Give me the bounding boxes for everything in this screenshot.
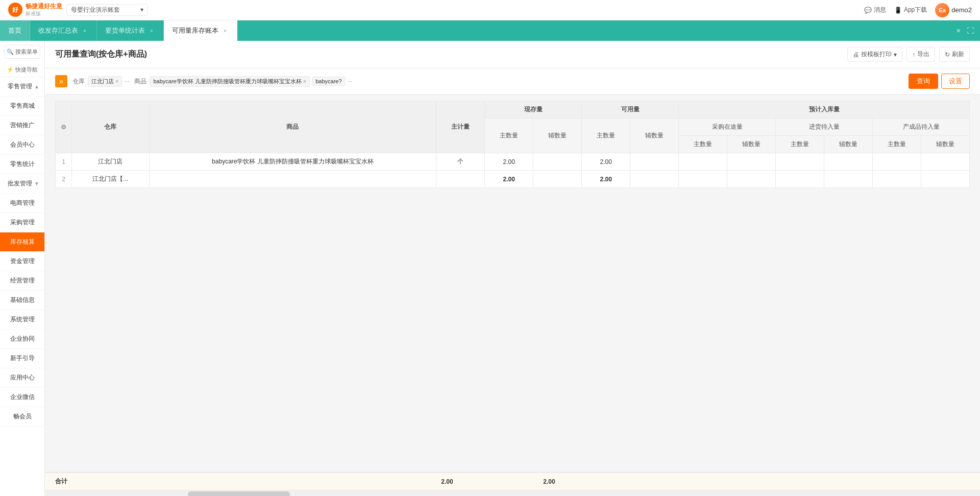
row2-production-wait-aux: [921, 171, 969, 188]
row1-warehouse: 江北门店: [72, 153, 150, 171]
tab-close-receive-summary[interactable]: ×: [81, 27, 88, 34]
sidebar-item-label-enterprise-wechat: 企业微信: [5, 393, 39, 401]
row1-current-main: 2.00: [485, 153, 533, 171]
row2-purchase-transit-main: [679, 171, 727, 188]
sidebar-item-retail-mall[interactable]: 零售商城: [0, 97, 44, 116]
search-icon: 🔍: [7, 49, 14, 55]
query-button[interactable]: 查询: [909, 74, 938, 89]
product-tag-remove[interactable]: ×: [303, 78, 306, 84]
product-filter: 商品 babycare学饮杯 儿童防摔防撞吸管杯重力球吸嘴杯宝宝水杯 × bab…: [134, 76, 352, 87]
bottom-scrollbar[interactable]: [45, 490, 980, 496]
tab-receive-summary[interactable]: 收发存汇总表 ×: [30, 20, 97, 41]
row2-purchase-transit-aux: [727, 171, 776, 188]
th-incoming-wait-aux: 辅数量: [824, 136, 873, 153]
sidebar-item-member-center[interactable]: 会员中心: [0, 135, 44, 155]
sidebar-item-label-retail-stats: 零售统计: [5, 160, 39, 169]
refresh-button[interactable]: ↻ 刷新: [939, 47, 970, 62]
warehouse-tag-jiangbei: 江北门店 ×: [88, 76, 122, 87]
quick-nav-button[interactable]: ⚡ 快捷导航: [0, 63, 44, 77]
tab-available-stock[interactable]: 可用量库存账本 ×: [164, 20, 237, 41]
quick-nav-icon: ⚡: [7, 66, 14, 73]
sidebar-item-label-purchase: 采购管理: [5, 218, 39, 227]
row2-production-wait-main: [873, 171, 921, 188]
sidebar-item-inventory-check[interactable]: 库存核算: [0, 232, 44, 252]
sidebar-item-basic-info[interactable]: 基础信息: [0, 291, 44, 310]
sidebar: 🔍 搜索菜单 ⚡ 快捷导航 零售管理 ▲ 零售商城 营销推广 会员中心 零售统计: [0, 41, 45, 496]
sidebar-item-label-operations: 经营管理: [5, 276, 39, 285]
data-table: ⚙ 仓库 商品 主计量 现存量 可用量 预计入库量 主数量 辅数量: [55, 101, 970, 188]
th-production-wait: 产成品待入量: [873, 119, 970, 136]
row1-index: 1: [56, 153, 72, 171]
footer-label: 合计: [55, 477, 67, 486]
tab-home[interactable]: 首页: [0, 20, 30, 41]
export-icon: ↑: [912, 51, 915, 58]
warehouse-tag-text: 江北门店: [91, 78, 114, 85]
sidebar-item-app-center[interactable]: 应用中心: [0, 368, 44, 388]
tab-close-available-stock[interactable]: ×: [222, 27, 229, 34]
table-body: 1 江北门店 babycare学饮杯 儿童防摔防撞吸管杯重力球吸嘴杯宝宝水杯 个…: [56, 153, 970, 188]
sidebar-item-label-member: 会员中心: [5, 140, 39, 149]
industry-select[interactable]: 母婴行业演示账套 ▾: [66, 4, 148, 16]
warehouse-more[interactable]: ···: [124, 78, 129, 85]
search-menu-button[interactable]: 🔍 搜索菜单: [4, 45, 40, 59]
printer-icon: 🖨: [853, 51, 859, 58]
message-label: 消息: [874, 6, 886, 14]
quick-nav-label: 快捷导航: [15, 66, 38, 74]
app-icon: 📱: [894, 7, 902, 14]
sidebar-item-new-guide[interactable]: 新手引导: [0, 349, 44, 368]
sidebar-item-operations-mgmt[interactable]: 经营管理: [0, 271, 44, 291]
sidebar-item-wholesale-mgmt[interactable]: 批发管理 ▼: [0, 174, 44, 194]
tab-order-stats[interactable]: 要货单统计表 ×: [97, 20, 164, 41]
close-all-tabs-icon[interactable]: ×: [954, 25, 963, 37]
sidebar-item-label-vip-member: 畅会员: [5, 412, 39, 421]
sidebar-item-system-mgmt[interactable]: 系统管理: [0, 310, 44, 329]
logo-icon: 好: [8, 3, 22, 17]
user-profile[interactable]: Ea demo2: [935, 3, 972, 17]
th-purchase-transit: 采购在途量: [679, 119, 776, 136]
th-available-main-qty: 主数量: [582, 119, 630, 153]
sidebar-item-marketing[interactable]: 营销推广: [0, 116, 44, 135]
message-button[interactable]: 💬 消息: [864, 6, 886, 14]
settings-icon[interactable]: ⚙: [61, 124, 66, 131]
row1-available-aux: [630, 153, 679, 171]
chevron-down-icon-wholesale: ▼: [34, 181, 39, 186]
th-current-main-qty: 主数量: [485, 119, 533, 153]
filter-expand-button[interactable]: »: [55, 75, 67, 87]
nav-tabs: 首页 收发存汇总表 × 要货单统计表 × 可用量库存账本 × × ⛶: [0, 20, 980, 41]
row2-product: [149, 171, 436, 188]
sidebar-item-retail-mgmt[interactable]: 零售管理 ▲: [0, 77, 44, 97]
sidebar-item-label-basic: 基础信息: [5, 296, 39, 304]
print-button[interactable]: 🖨 按模板打印 ▾: [847, 47, 902, 62]
industry-label: 母婴行业演示账套: [71, 6, 120, 14]
th-incoming-wait: 进货待入量: [776, 119, 873, 136]
sidebar-item-ecommerce-mgmt[interactable]: 电商管理: [0, 194, 44, 213]
settings-button[interactable]: 设置: [941, 74, 970, 89]
sidebar-item-retail-stats[interactable]: 零售统计: [0, 155, 44, 174]
warehouse-tag-remove[interactable]: ×: [115, 78, 118, 84]
message-icon: 💬: [864, 7, 872, 14]
export-button[interactable]: ↑ 导出: [906, 47, 935, 62]
order-stats-tab-label: 要货单统计表: [105, 26, 145, 35]
th-warehouse: 仓库: [72, 101, 150, 153]
maximize-icon[interactable]: ⛶: [965, 25, 976, 37]
sidebar-item-purchase-mgmt[interactable]: 采购管理: [0, 213, 44, 232]
username-label: demo2: [951, 6, 972, 14]
row1-product: babycare学饮杯 儿童防摔防撞吸管杯重力球吸嘴杯宝宝水杯: [149, 153, 436, 171]
app-download-label: App下载: [904, 6, 927, 14]
product-tag-babycare2: babycare?: [312, 77, 345, 86]
th-purchase-transit-main: 主数量: [679, 136, 727, 153]
logo-area: 好 畅捷通好生意 标准版: [8, 3, 62, 17]
content-area: 可用量查询(按仓库+商品) 🖨 按模板打印 ▾ ↑ 导出 ↻ 刷新: [45, 41, 980, 496]
sidebar-item-enterprise-coop[interactable]: 企业协同: [0, 329, 44, 349]
row1-purchase-transit-main: [679, 153, 727, 171]
sidebar-item-label-new-guide: 新手引导: [5, 354, 39, 363]
product-more[interactable]: ···: [348, 78, 353, 85]
tab-close-order-stats[interactable]: ×: [148, 27, 155, 34]
sidebar-item-finance-mgmt[interactable]: 资金管理: [0, 252, 44, 271]
app-download-button[interactable]: 📱 App下载: [894, 6, 927, 14]
th-incoming-wait-main: 主数量: [776, 136, 824, 153]
sidebar-item-enterprise-wechat[interactable]: 企业微信: [0, 388, 44, 407]
th-planned-in: 预计入库量: [679, 101, 970, 119]
refresh-label: 刷新: [952, 50, 964, 59]
sidebar-item-vip-member[interactable]: 畅会员: [0, 407, 44, 427]
